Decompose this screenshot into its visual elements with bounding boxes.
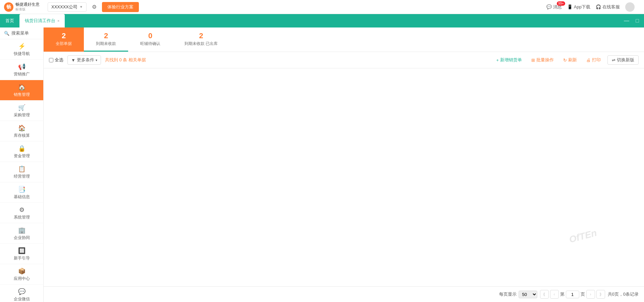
filter-icon: ▼	[71, 58, 75, 63]
headset-icon: 🎧	[596, 4, 601, 9]
add-sale-button[interactable]: + 新增销货单	[493, 56, 525, 64]
found-count-text: 共找到 0 条 相关单据	[105, 57, 146, 63]
batch-operation-button[interactable]: ⊞ 批量操作	[529, 56, 556, 64]
chevron-down-icon: ▼	[79, 5, 83, 9]
refresh-button[interactable]: ↻ 刷新	[560, 56, 580, 64]
quick-nav-icon: ⚡	[18, 43, 25, 50]
basic-info-icon: 📑	[18, 186, 25, 193]
sidebar-label-sales: 销售管理	[14, 92, 30, 98]
logo-text: 畅捷通好生意	[15, 2, 40, 7]
maximize-button[interactable]: □	[633, 17, 641, 25]
stats-count-pending: 0	[148, 32, 152, 40]
sidebar-item-quick-nav[interactable]: ⚡ 快捷导航	[0, 39, 43, 60]
print-icon: 🖨	[586, 58, 591, 63]
tab-home[interactable]: 首页	[0, 14, 19, 27]
stats-count-overdue: 2	[104, 32, 108, 40]
sidebar-label-finance: 资金管理	[14, 153, 30, 159]
finance-icon: 🔒	[18, 145, 25, 152]
nav-tab-actions: — □	[623, 17, 644, 25]
sidebar-label-purchase: 采购管理	[14, 112, 30, 118]
sidebar-item-basic-info[interactable]: 📑 基础信息	[0, 182, 43, 203]
filter-button[interactable]: ▼ 更多条件 ▾	[67, 55, 101, 65]
sidebar-label-inventory: 库存核算	[14, 133, 30, 138]
inventory-icon: 🏠	[18, 124, 25, 132]
page-nav: ⟪ ‹ 第 页 › ⟫	[540, 290, 605, 299]
stats-label-all: 全部单据	[56, 41, 72, 47]
stats-count-shipped: 2	[199, 32, 203, 40]
sidebar-item-wechat[interactable]: 💬 企业微信	[0, 285, 43, 302]
refresh-icon: ↻	[563, 58, 567, 63]
online-service-button[interactable]: 🎧 在线客服	[596, 4, 620, 10]
stats-label-shipped: 到期未收款 已出库	[184, 41, 218, 47]
stats-tab-overdue[interactable]: 2 到期未收款	[84, 27, 128, 52]
sidebar-item-marketing[interactable]: 📢 营销推广	[0, 60, 43, 80]
select-all-label: 全选	[55, 57, 63, 63]
app-download-button[interactable]: 📱 App下载	[567, 4, 590, 10]
sales-icon: 🏠	[18, 83, 25, 91]
sidebar-item-system[interactable]: ⚙ 系统管理	[0, 203, 43, 223]
main-layout: 🔍 搜索菜单 ⚡ 快捷导航 📢 营销推广 🏠 销售管理 🛒 采购管理 🏠 库存核…	[0, 27, 644, 302]
stats-tabs: 2 全部单据 2 到期未收款 0 旺辅待确认 2 到期未收款 已出库	[44, 27, 644, 52]
wechat-icon: 💬	[18, 288, 25, 295]
newbie-icon: 🔲	[18, 247, 25, 254]
stats-label-pending: 旺辅待确认	[140, 41, 160, 47]
stats-tab-pending[interactable]: 0 旺辅待确认	[128, 27, 172, 52]
tab-money-daily[interactable]: 钱货日清工作台 ×	[19, 14, 65, 27]
page-prefix: 第	[560, 291, 565, 297]
print-button[interactable]: 🖨 打印	[584, 56, 603, 64]
avatar[interactable]	[625, 2, 635, 12]
message-badge: 99+	[557, 1, 565, 6]
next-page-button[interactable]: ›	[586, 290, 595, 299]
close-tab-icon[interactable]: ×	[57, 19, 59, 23]
message-button[interactable]: 💬 消息 99+	[546, 4, 562, 10]
sidebar: 🔍 搜索菜单 ⚡ 快捷导航 📢 营销推广 🏠 销售管理 🛒 采购管理 🏠 库存核…	[0, 27, 44, 302]
sidebar-search[interactable]: 🔍 搜索菜单	[0, 27, 43, 39]
per-page-select[interactable]: 20 50 100	[519, 291, 537, 298]
sidebar-item-operation[interactable]: 📋 经营管理	[0, 162, 43, 182]
sidebar-label-operation: 经营管理	[14, 174, 30, 179]
sidebar-label-system: 系统管理	[14, 215, 30, 220]
sidebar-label-basic-info: 基础信息	[14, 194, 30, 200]
sidebar-label-app-center: 应用中心	[14, 276, 30, 282]
marketing-icon: 📢	[18, 63, 25, 70]
stats-tab-all[interactable]: 2 全部单据	[44, 27, 84, 52]
minimize-button[interactable]: —	[623, 17, 631, 25]
search-icon: 🔍	[4, 31, 9, 36]
app-center-icon: 📦	[18, 267, 25, 275]
prev-page-button[interactable]: ‹	[550, 290, 559, 299]
select-all-input[interactable]	[49, 58, 53, 62]
sidebar-item-purchase[interactable]: 🛒 采购管理	[0, 101, 43, 121]
total-info: 共0页，0条记录	[608, 291, 639, 297]
toolbar-left: 全选 ▼ 更多条件 ▾ 共找到 0 条 相关单据	[49, 55, 146, 65]
sidebar-item-sales[interactable]: 🏠 销售管理	[0, 80, 43, 101]
message-icon: 💬	[546, 4, 552, 9]
per-page-label: 每页显示	[499, 291, 517, 297]
sidebar-label-cooperation: 企业协同	[14, 235, 30, 241]
switch-version-button[interactable]: ⇌ 切换新版	[607, 55, 639, 65]
per-page-section: 每页显示 20 50 100	[499, 291, 537, 298]
sidebar-label-marketing: 营销推广	[14, 71, 30, 77]
stats-count-all: 2	[62, 32, 66, 40]
pagination: 每页显示 20 50 100 ⟪ ‹ 第 页 › ⟫ 共0页，0条记录	[44, 286, 644, 302]
top-header: 畅 畅捷通好生意 标准版 XXXXXX公司 ▼ ⚙ 体验行业方案 💬 消息 99…	[0, 0, 644, 14]
logo-area: 畅 畅捷通好生意 标准版	[4, 2, 48, 12]
try-industry-button[interactable]: 体验行业方案	[102, 2, 139, 12]
download-icon: 📱	[567, 4, 573, 9]
page-suffix: 页	[581, 291, 585, 297]
company-selector[interactable]: XXXXXX公司 ▼	[48, 2, 87, 12]
last-page-button[interactable]: ⟫	[596, 290, 605, 299]
sidebar-item-inventory[interactable]: 🏠 库存核算	[0, 121, 43, 141]
stats-tab-shipped[interactable]: 2 到期未收款 已出库	[172, 27, 230, 52]
batch-icon: ⊞	[531, 58, 535, 63]
sidebar-item-finance[interactable]: 🔒 资金管理	[0, 141, 43, 162]
header-right: 💬 消息 99+ 📱 App下载 🎧 在线客服	[546, 2, 640, 12]
first-page-button[interactable]: ⟪	[540, 290, 549, 299]
sidebar-item-newbie[interactable]: 🔲 新手引导	[0, 244, 43, 264]
select-all-checkbox[interactable]: 全选	[49, 57, 63, 63]
sidebar-item-cooperation[interactable]: 🏢 企业协同	[0, 223, 43, 244]
company-name: XXXXXX公司	[51, 4, 77, 10]
logo-sub: 标准版	[15, 7, 40, 12]
page-input[interactable]	[566, 291, 579, 298]
settings-icon[interactable]: ⚙	[89, 2, 99, 12]
sidebar-item-app-center[interactable]: 📦 应用中心	[0, 264, 43, 285]
